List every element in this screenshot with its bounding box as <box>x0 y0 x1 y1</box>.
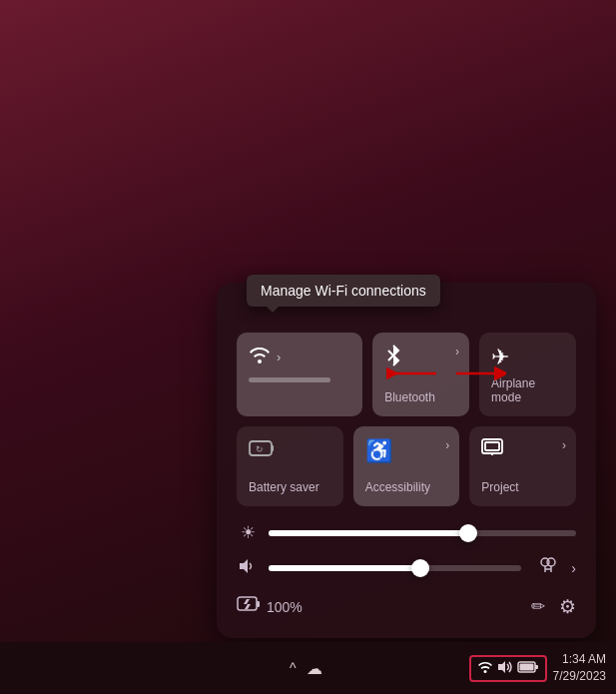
battery-percent: 100% <box>267 599 303 615</box>
project-icon <box>481 438 503 461</box>
airplane-icon: ✈ <box>491 345 509 370</box>
battery-saver-icon: ↻ <box>249 438 275 464</box>
bluetooth-tile[interactable]: › Bluetooth <box>372 333 469 416</box>
taskbar-volume-icon[interactable] <box>497 660 513 677</box>
project-chevron: › <box>562 438 566 452</box>
taskbar-cloud-icon[interactable]: ☁ <box>307 659 322 678</box>
wifi-bar <box>249 377 330 382</box>
edit-icon[interactable]: ✏ <box>531 596 545 617</box>
svg-rect-8 <box>485 442 499 450</box>
taskbar-chevron-icon[interactable]: ^ <box>290 660 297 676</box>
footer-row: 100% ✏ ⚙ <box>237 595 576 618</box>
svg-rect-18 <box>535 665 538 669</box>
volume-fill <box>269 565 420 571</box>
project-label: Project <box>481 480 518 494</box>
quick-settings-panel: Manage Wi-Fi connections › › <box>217 283 596 638</box>
airplane-label: Airplane mode <box>491 376 564 404</box>
battery-saver-label: Battery saver <box>249 480 319 494</box>
svg-rect-5 <box>272 445 274 451</box>
volume-icon <box>237 558 259 578</box>
bluetooth-icon <box>384 345 402 371</box>
brightness-icon: ☀ <box>237 522 259 543</box>
system-tray-icons[interactable] <box>469 655 547 682</box>
taskbar: ^ ☁ <box>0 642 616 694</box>
settings-icon[interactable]: ⚙ <box>559 595 576 618</box>
battery-charging-icon <box>237 595 261 618</box>
taskbar-date: 7/29/2023 <box>553 668 606 685</box>
accessibility-icon: ♿ <box>365 438 392 464</box>
brightness-fill <box>269 530 468 536</box>
bluetooth-label: Bluetooth <box>384 390 435 404</box>
taskbar-time: 1:34 AM <box>553 651 606 668</box>
brightness-slider-container <box>269 523 576 543</box>
accessibility-tile[interactable]: › ♿ Accessibility <box>353 426 460 506</box>
taskbar-right: 1:34 AM 7/29/2023 <box>469 651 606 685</box>
brightness-thumb[interactable] <box>459 524 477 542</box>
taskbar-left: ^ ☁ <box>290 659 322 678</box>
footer-icons: ✏ ⚙ <box>531 595 576 618</box>
battery-saver-tile[interactable]: ↻ Battery saver <box>237 426 343 506</box>
volume-row: › <box>237 557 576 579</box>
svg-line-1 <box>388 355 393 360</box>
volume-track <box>269 565 521 571</box>
wifi-chevron: › <box>277 349 281 364</box>
brightness-track <box>269 530 576 536</box>
svg-marker-16 <box>498 661 505 673</box>
brightness-row: ☀ <box>237 522 576 543</box>
battery-info: 100% <box>237 595 303 618</box>
accessibility-label: Accessibility <box>365 480 430 494</box>
wifi-tooltip: Manage Wi-Fi connections <box>247 275 440 307</box>
svg-rect-19 <box>519 663 533 670</box>
tooltip-text: Manage Wi-Fi connections <box>261 283 426 299</box>
accessibility-chevron: › <box>445 438 449 452</box>
taskbar-battery-icon[interactable] <box>517 660 539 677</box>
audio-chevron[interactable]: › <box>571 560 576 576</box>
bluetooth-chevron: › <box>455 345 459 358</box>
taskbar-datetime[interactable]: 1:34 AM 7/29/2023 <box>553 651 606 685</box>
svg-marker-11 <box>240 559 248 573</box>
svg-text:↻: ↻ <box>256 444 264 454</box>
volume-thumb[interactable] <box>411 559 429 577</box>
volume-slider-container <box>269 558 521 578</box>
wifi-tile[interactable]: › <box>237 333 362 416</box>
project-tile[interactable]: › Project <box>469 426 576 506</box>
tiles-row-1: › › Bluetooth ✈ Airplane mode <box>237 333 576 416</box>
taskbar-wifi-icon[interactable] <box>477 660 493 677</box>
audio-output-icon[interactable] <box>537 557 559 579</box>
svg-line-0 <box>388 350 393 355</box>
wifi-icon <box>249 345 271 369</box>
svg-rect-15 <box>257 601 260 607</box>
airplane-tile[interactable]: ✈ Airplane mode <box>479 333 576 416</box>
sliders-section: ☀ <box>237 522 576 579</box>
svg-point-13 <box>547 558 555 566</box>
tiles-row-2: ↻ Battery saver › ♿ Accessibility › Proj <box>237 426 576 506</box>
